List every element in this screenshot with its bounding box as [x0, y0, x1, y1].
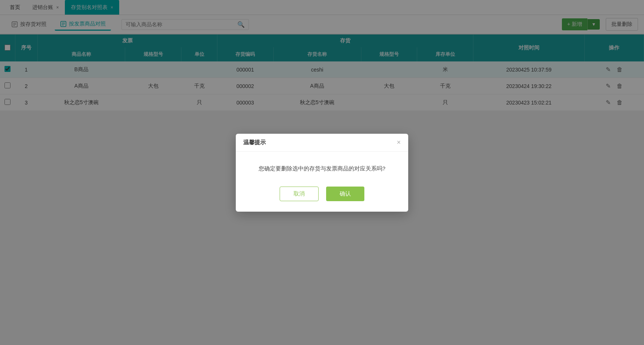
- modal-overlay: 温馨提示 × 您确定要删除选中的存货与发票商品的对应关系吗? 取消 确认: [0, 0, 644, 111]
